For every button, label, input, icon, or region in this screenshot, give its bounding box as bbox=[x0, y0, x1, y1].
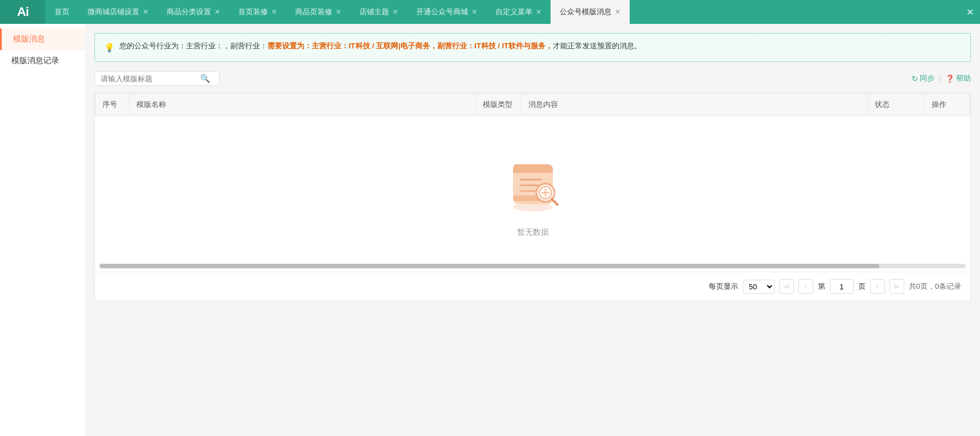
last-page-button[interactable]: ⊳ bbox=[890, 279, 904, 294]
pagination: 每页显示 102050100 ⊲ ‹ 第 页 › ⊳ 共0页，0条记录 bbox=[95, 272, 970, 301]
tab-label: 商品页装修 bbox=[295, 7, 332, 17]
app-logo: Ai bbox=[0, 0, 46, 24]
di-label: 第 bbox=[818, 281, 825, 292]
empty-icon bbox=[499, 150, 567, 218]
sidebar-item-template-msg-log[interactable]: 模版消息记录 bbox=[0, 50, 85, 72]
nav-tab-category-settings[interactable]: 商品分类设置✕ bbox=[158, 0, 229, 24]
search-input[interactable] bbox=[101, 74, 200, 83]
nav-tab-template-msg[interactable]: 公众号模版消息✕ bbox=[551, 0, 630, 24]
svg-line-6 bbox=[552, 199, 557, 205]
toolbar: 🔍 ↻ 同步 | ❓ 帮助 bbox=[94, 71, 971, 86]
table-wrapper: 序号模版名称模版类型消息内容状态操作 bbox=[94, 93, 971, 301]
sync-icon: ↻ bbox=[912, 74, 918, 83]
sidebar: 模版消息模版消息记录 bbox=[0, 24, 85, 436]
tab-close-icon[interactable]: ✕ bbox=[536, 8, 541, 16]
nav-tabs: 首页微商城店铺设置✕商品分类设置✕首页装修✕商品页装修✕店铺主题✕开通公众号商城… bbox=[46, 0, 960, 24]
alert-suffix: 才能正常发送预置的消息。 bbox=[553, 41, 642, 50]
next-page-button[interactable]: › bbox=[870, 279, 885, 294]
page-size-label: 每页显示 bbox=[709, 281, 738, 292]
alert-prefix: 您的公众号行业为：主营行业：，副营行业： bbox=[119, 41, 267, 50]
help-button[interactable]: ❓ 帮助 bbox=[945, 73, 971, 84]
alert-highlight: 需要设置为：主营行业：IT科技 / 互联网|电子商务，副营行业：IT科技 / I… bbox=[267, 41, 553, 50]
empty-text: 暂无数据 bbox=[106, 227, 959, 238]
main-layout: 模版消息模版消息记录 💡 您的公众号行业为：主营行业：，副营行业：需要设置为：主… bbox=[0, 24, 980, 436]
search-box: 🔍 bbox=[94, 71, 220, 86]
data-table: 序号模版名称模版类型消息内容状态操作 bbox=[95, 93, 970, 116]
tab-close-icon[interactable]: ✕ bbox=[271, 8, 277, 16]
alert-banner: 💡 您的公众号行业为：主营行业：，副营行业：需要设置为：主营行业：IT科技 / … bbox=[94, 33, 971, 62]
nav-tab-home[interactable]: 首页 bbox=[46, 0, 78, 24]
table-col-content: 消息内容 bbox=[522, 94, 868, 116]
total-info: 共0页，0条记录 bbox=[909, 281, 961, 292]
scrollbar-row bbox=[95, 260, 970, 272]
scrollbar-track[interactable] bbox=[100, 264, 966, 268]
tab-label: 微商城店铺设置 bbox=[88, 7, 139, 17]
toolbar-right: ↻ 同步 | ❓ 帮助 bbox=[912, 73, 971, 84]
table-col-type: 模版类型 bbox=[476, 94, 522, 116]
help-label: 帮助 bbox=[956, 73, 971, 84]
tab-close-icon[interactable]: ✕ bbox=[392, 8, 398, 16]
sync-label: 同步 bbox=[920, 73, 934, 84]
tab-close-icon[interactable]: ✕ bbox=[214, 8, 220, 16]
tab-close-icon[interactable]: ✕ bbox=[615, 8, 621, 16]
tab-label: 商品分类设置 bbox=[167, 7, 211, 17]
sync-button[interactable]: ↻ 同步 bbox=[912, 73, 934, 84]
tab-close-icon[interactable]: ✕ bbox=[472, 8, 477, 16]
tab-label: 公众号模版消息 bbox=[560, 7, 611, 17]
page-number-input[interactable] bbox=[830, 279, 854, 294]
toolbar-divider: | bbox=[939, 74, 941, 83]
tab-label: 店铺主题 bbox=[359, 7, 389, 17]
prev-page-button[interactable]: ‹ bbox=[799, 279, 813, 294]
nav-tab-product-decor[interactable]: 商品页装修✕ bbox=[286, 0, 350, 24]
nav-tab-home-decor[interactable]: 首页装修✕ bbox=[229, 0, 286, 24]
page-size-select[interactable]: 102050100 bbox=[743, 280, 775, 294]
tab-close-icon[interactable]: ✕ bbox=[143, 8, 148, 16]
page-label: 页 bbox=[858, 281, 866, 292]
close-all-button[interactable]: ✕ bbox=[960, 0, 980, 24]
nav-tab-shop-settings[interactable]: 微商城店铺设置✕ bbox=[78, 0, 158, 24]
tab-label: 首页装修 bbox=[238, 7, 268, 17]
table-col-action: 操作 bbox=[925, 94, 970, 116]
nav-tab-custom-menu[interactable]: 自定义菜单✕ bbox=[486, 0, 551, 24]
nav-tab-open-mall[interactable]: 开通公众号商城✕ bbox=[407, 0, 486, 24]
table-col-status: 状态 bbox=[868, 94, 925, 116]
scrollbar-thumb[interactable] bbox=[100, 264, 879, 268]
table-col-index: 序号 bbox=[96, 94, 130, 116]
content-area: 💡 您的公众号行业为：主营行业：，副营行业：需要设置为：主营行业：IT科技 / … bbox=[85, 24, 980, 436]
search-icon[interactable]: 🔍 bbox=[200, 74, 210, 83]
table-col-name: 模版名称 bbox=[130, 94, 476, 116]
top-nav: Ai 首页微商城店铺设置✕商品分类设置✕首页装修✕商品页装修✕店铺主题✕开通公众… bbox=[0, 0, 980, 24]
alert-icon: 💡 bbox=[104, 41, 115, 55]
empty-state: 暂无数据 bbox=[95, 116, 970, 260]
alert-text: 您的公众号行业为：主营行业：，副营行业：需要设置为：主营行业：IT科技 / 互联… bbox=[119, 40, 642, 52]
sidebar-item-template-msg[interactable]: 模版消息 bbox=[0, 28, 85, 50]
logo-text: Ai bbox=[17, 5, 28, 19]
help-icon: ❓ bbox=[945, 74, 954, 83]
tab-close-icon[interactable]: ✕ bbox=[336, 8, 341, 16]
tab-label: 自定义菜单 bbox=[495, 7, 532, 17]
nav-tab-shop-theme[interactable]: 店铺主题✕ bbox=[350, 0, 407, 24]
tab-label: 首页 bbox=[55, 7, 69, 17]
tab-label: 开通公众号商城 bbox=[416, 7, 468, 17]
first-page-button[interactable]: ⊲ bbox=[779, 279, 794, 294]
